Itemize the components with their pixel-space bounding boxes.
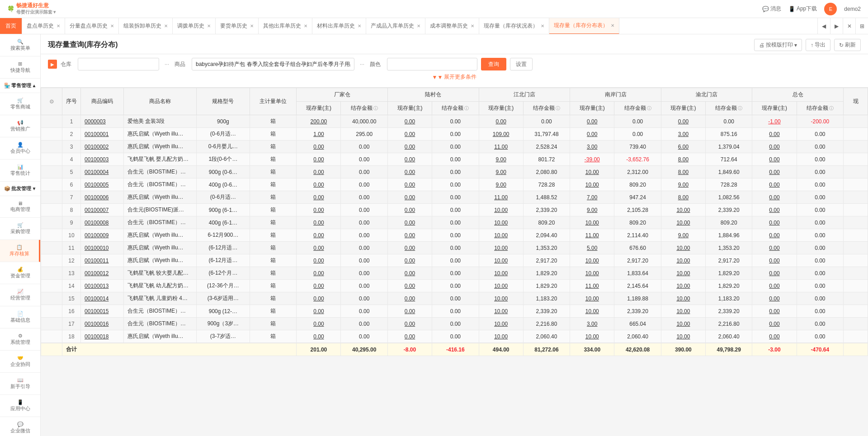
cell-f-stock[interactable]: 0.00 [297,242,341,254]
cell-code[interactable]: 00100018 [81,330,124,343]
sidebar-item-operations[interactable]: 📈 经营管理 [0,284,40,306]
cell-f-stock[interactable]: 0.00 [297,166,341,178]
sidebar-item-stock[interactable]: 📋 库存核算 [0,240,40,262]
cell-yb-stock[interactable]: 10.00 [661,292,705,305]
cell-code[interactable]: 00100010 [81,242,124,254]
print-btn[interactable]: 🖨 按模版打印 ▾ [754,39,802,51]
tab-cost-adjust[interactable]: 成本调整单历史 ✕ [425,18,479,34]
cell-t-stock[interactable]: 0.00 [752,267,797,280]
cell-jb-stock[interactable]: 10.00 [479,305,523,318]
sidebar-item-purchase[interactable]: 🛒 采购管理 [0,218,40,240]
cell-jb-stock[interactable]: 9.00 [479,166,523,178]
cell-f-stock[interactable]: 0.00 [297,305,341,318]
t-amount-info-icon[interactable]: ⓘ [829,106,834,111]
tab-nav-expand[interactable]: ⊞ [855,18,868,34]
cell-yb-stock[interactable]: 0.00 [661,115,705,128]
tab-close-transfer[interactable]: ✕ [207,23,211,28]
cell-l-stock[interactable]: 0.00 [387,141,432,153]
cell-l-stock[interactable]: 0.00 [387,254,432,267]
sidebar-item-ecommerce[interactable]: 🖥 电商管理 [0,196,40,218]
cell-l-stock[interactable]: 0.00 [387,166,432,178]
cell-na-stock[interactable]: 10.00 [570,267,614,280]
cell-na-stock[interactable]: 7.00 [570,191,614,204]
sidebar-item-member[interactable]: 👤 会员中心 [0,137,40,159]
cell-yb-stock[interactable]: 3.00 [661,128,705,141]
sidebar-item-basic[interactable]: 📄 基础信息 [0,306,40,328]
tab-nav-next[interactable]: ▶ [830,18,843,34]
cell-l-stock[interactable]: 0.00 [387,191,432,204]
cell-l-stock[interactable]: 0.00 [387,267,432,280]
th-settings[interactable]: ⚙ [41,88,62,115]
cell-code[interactable]: 00100012 [81,267,124,280]
cell-f-stock[interactable]: 0.00 [297,292,341,305]
cell-code[interactable]: 00100009 [81,229,124,242]
cell-l-stock[interactable]: 0.00 [387,280,432,292]
set-btn[interactable]: 设置 [510,58,533,70]
cell-na-stock[interactable]: 5.00 [570,242,614,254]
tab-close-branch[interactable]: ✕ [110,23,114,28]
cell-yb-stock[interactable]: 10.00 [661,242,705,254]
expand-conditions-btn[interactable]: ▼▼ 展开更多条件 [429,72,481,82]
cell-na-stock[interactable]: 10.00 [570,305,614,318]
message-btn[interactable]: 💬 消息 [762,5,781,13]
cell-f-stock[interactable]: 0.00 [297,267,341,280]
tab-stock-dist[interactable]: 现存量（库存分布表） ✕ [549,18,619,34]
tab-transfer[interactable]: 调拨单历史 ✕ [173,18,216,34]
tab-nav-close-all[interactable]: ✕ [843,18,855,34]
cell-code[interactable]: 00100002 [81,141,124,153]
sidebar-item-retail-mgmt[interactable]: 🏪 零售管理 ▲ [0,79,40,93]
cell-l-stock[interactable]: 0.00 [387,292,432,305]
cell-f-stock[interactable]: 0.00 [297,141,341,153]
refresh-btn[interactable]: ↻ 刷新 [834,39,861,51]
sidebar-item-enterprise-collab[interactable]: 🤝 企业协同 [0,351,40,373]
cell-l-stock[interactable]: 0.00 [387,128,432,141]
cell-yb-stock[interactable]: 8.00 [661,166,705,178]
tab-stock-status[interactable]: 现存量（库存状况表） ✕ [479,18,549,34]
tab-close-assembly[interactable]: ✕ [164,23,168,28]
cell-na-stock[interactable]: 10.00 [570,178,614,191]
yb-amount-info-icon[interactable]: ⓘ [738,106,742,111]
warehouse-input[interactable] [78,58,159,70]
user-avatar[interactable]: E [824,3,837,15]
cell-na-stock[interactable]: 10.00 [570,254,614,267]
export-btn[interactable]: ↑ 导出 [806,39,830,51]
cell-jb-stock[interactable]: 11.00 [479,141,523,153]
cell-t-stock[interactable]: 0.00 [752,166,797,178]
query-btn[interactable]: 查询 [481,58,506,70]
cell-t-stock[interactable]: 0.00 [752,242,797,254]
cell-t-stock[interactable]: 0.00 [752,330,797,343]
tab-assembly[interactable]: 组装拆卸单历史 ✕ [119,18,173,34]
cell-l-stock[interactable]: 0.00 [387,318,432,330]
cell-f-stock[interactable]: 0.00 [297,254,341,267]
cell-t-stock[interactable]: 0.00 [752,305,797,318]
cell-t-stock[interactable]: 0.00 [752,292,797,305]
app-download-btn[interactable]: 📱 App下载 [788,5,817,13]
sidebar-item-system[interactable]: ⚙ 系统管理 [0,328,40,351]
tab-other-out[interactable]: 其他出库单历史 ✕ [259,18,312,34]
cell-code[interactable]: 00100003 [81,153,124,166]
cell-f-stock[interactable]: 0.00 [297,280,341,292]
cell-jb-stock[interactable]: 0.00 [479,115,523,128]
cell-yb-stock[interactable]: 10.00 [661,254,705,267]
tab-close-material-out[interactable]: ✕ [358,23,361,28]
sidebar-item-enterprise-wechat[interactable]: 💬 企业微信 [0,417,40,436]
cell-jb-stock[interactable]: 10.00 [479,204,523,216]
tab-close-request[interactable]: ✕ [250,23,254,28]
sidebar-item-new-guide[interactable]: 📖 新手引导 [0,373,40,395]
cell-code[interactable]: 00100013 [81,280,124,292]
cell-jb-stock[interactable]: 10.00 [479,229,523,242]
cell-f-stock[interactable]: 200.00 [297,115,341,128]
sidebar-item-app-center[interactable]: 📱 应用中心 [0,395,40,417]
table-container[interactable]: ⚙ 序号 商品编码 商品名称 规格型号 主计量单位 厂家仓 陆村仓 江北门店 南… [41,88,868,436]
tab-close-cost-adjust[interactable]: ✕ [471,23,474,28]
cell-yb-stock[interactable]: 9.00 [661,178,705,191]
cell-na-stock[interactable]: 10.00 [570,166,614,178]
cell-yb-stock[interactable]: 9.00 [661,229,705,242]
cell-yb-stock[interactable]: 8.00 [661,153,705,166]
cell-jb-stock[interactable]: 10.00 [479,280,523,292]
cell-l-stock[interactable]: 0.00 [387,330,432,343]
cell-f-stock[interactable]: 0.00 [297,153,341,166]
cell-code[interactable]: 00100001 [81,128,124,141]
tab-product-in[interactable]: 产成品入库单历史 ✕ [366,18,425,34]
cell-jb-stock[interactable]: 9.00 [479,178,523,191]
